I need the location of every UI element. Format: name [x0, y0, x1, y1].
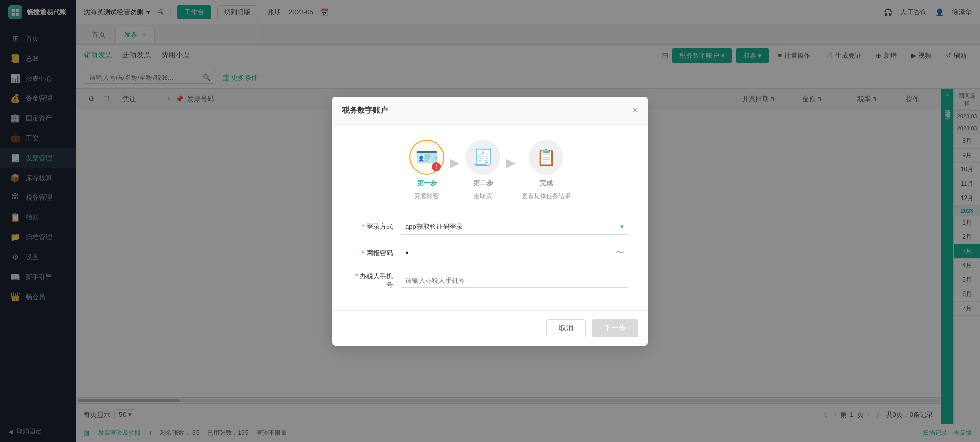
step-2-label: 第二步 — [473, 179, 493, 188]
step-2-icon-wrap: 🧾 — [465, 140, 500, 175]
step-arrow-2: ▶ — [506, 156, 516, 170]
step-3: 📋 完成 查看具体任务结果 — [522, 140, 571, 201]
password-toggle-eye[interactable]: 〜 — [616, 248, 624, 258]
step-3-icon: 📋 — [536, 148, 556, 167]
login-method-arrow: ▾ — [620, 223, 624, 230]
step-arrow-1: ▶ — [450, 156, 459, 170]
step-1-label: 第一步 — [417, 179, 437, 188]
step-2: 🧾 第二步 去取票 — [465, 140, 500, 201]
modal-tax-digital: 税务数字账户 × 🪪 ! 第一步 完善账密 ▶ — [332, 97, 648, 346]
form-field-phone: 办税人手机号 — [352, 272, 628, 290]
login-method-label: 登录方式 — [352, 222, 393, 231]
next-button[interactable]: 下一步 — [592, 319, 638, 337]
form-field-password: 网报密码 • 〜 — [352, 245, 628, 261]
cancel-button[interactable]: 取消 — [546, 319, 586, 337]
modal-body: 🪪 ! 第一步 完善账密 ▶ 🧾 第二步 去取票 ▶ — [332, 125, 648, 310]
form-field-login-method: 登录方式 app获取验证码登录 ▾ — [352, 219, 628, 235]
login-method-value: app获取验证码登录 — [405, 222, 463, 231]
step-1: 🪪 ! 第一步 完善账密 — [409, 140, 444, 201]
modal-close-button[interactable]: × — [632, 105, 638, 116]
modal-overlay: 税务数字账户 × 🪪 ! 第一步 完善账密 ▶ — [0, 0, 980, 442]
phone-input[interactable] — [401, 274, 628, 288]
password-label: 网报密码 — [352, 249, 393, 258]
phone-label: 办税人手机号 — [352, 272, 393, 290]
step-3-desc: 查看具体任务结果 — [522, 192, 571, 201]
steps-indicator: 🪪 ! 第一步 完善账密 ▶ 🧾 第二步 去取票 ▶ — [352, 140, 628, 201]
step-3-icon-wrap: 📋 — [529, 140, 564, 175]
step-1-desc: 完善账密 — [414, 192, 439, 201]
modal-header: 税务数字账户 × — [332, 97, 648, 125]
step-3-label: 完成 — [540, 179, 553, 188]
password-dot: • — [405, 247, 409, 259]
modal-title: 税务数字账户 — [342, 106, 388, 115]
step-1-badge: ! — [432, 162, 441, 171]
modal-footer: 取消 下一步 — [332, 310, 648, 346]
step-2-icon: 🧾 — [473, 148, 493, 167]
step-1-icon-wrap: 🪪 ! — [409, 140, 444, 175]
login-method-select[interactable]: app获取验证码登录 ▾ — [401, 219, 628, 235]
step-2-desc: 去取票 — [474, 192, 492, 201]
password-input-wrap: • 〜 — [401, 245, 628, 261]
